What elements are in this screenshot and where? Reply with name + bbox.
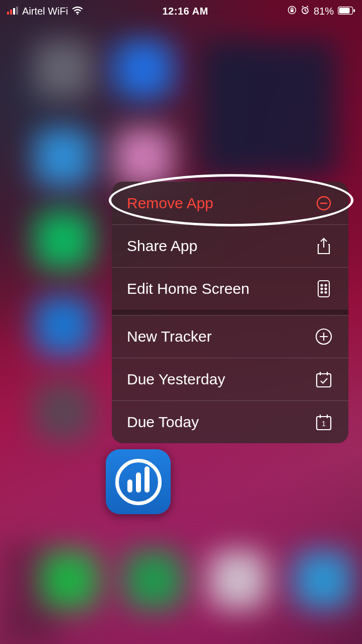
due-yesterday-item[interactable]: Due Yesterday — [112, 358, 348, 400]
svg-rect-23 — [317, 374, 331, 387]
svg-point-4 — [77, 13, 79, 14]
svg-text:1: 1 — [322, 420, 326, 428]
new-tracker-item[interactable]: New Tracker — [112, 315, 348, 358]
calendar-day-icon: 1 — [314, 413, 333, 432]
svg-rect-3 — [16, 7, 18, 15]
share-app-item[interactable]: Share App — [112, 224, 348, 267]
edit-home-screen-item[interactable]: Edit Home Screen — [112, 267, 348, 310]
svg-rect-6 — [291, 10, 294, 12]
menu-item-label: Edit Home Screen — [127, 280, 249, 297]
svg-rect-10 — [353, 9, 355, 12]
svg-point-14 — [321, 284, 322, 286]
svg-point-18 — [321, 291, 322, 293]
svg-point-19 — [325, 291, 326, 293]
wifi-icon — [72, 6, 83, 17]
menu-group-separator — [112, 310, 348, 315]
orientation-lock-icon — [287, 6, 297, 17]
bar-chart-icon — [115, 459, 162, 505]
plus-circle-icon — [314, 327, 333, 346]
svg-rect-9 — [339, 8, 350, 13]
app-context-menu: Remove App Share App Edit Home Screen — [112, 182, 348, 443]
remove-app-item[interactable]: Remove App — [112, 182, 348, 224]
menu-item-label: Share App — [127, 237, 197, 255]
menu-item-label: Due Today — [127, 414, 199, 431]
alarm-icon — [301, 6, 310, 17]
svg-rect-13 — [318, 281, 329, 297]
apps-grid-icon — [314, 279, 333, 298]
battery-icon — [338, 6, 355, 17]
share-icon — [314, 236, 333, 256]
due-today-item[interactable]: Due Today 1 — [112, 400, 348, 443]
clock-label: 12:16 AM — [163, 6, 208, 17]
minus-circle-icon — [314, 194, 333, 213]
status-bar: Airtel WiFi 12:16 AM 81% — [0, 0, 362, 22]
svg-rect-2 — [13, 8, 15, 15]
tracker-app-icon[interactable] — [106, 449, 171, 514]
svg-point-17 — [325, 288, 326, 289]
menu-item-label: Remove App — [127, 195, 213, 212]
svg-point-16 — [321, 288, 322, 289]
svg-rect-1 — [10, 10, 12, 15]
cellular-signal-icon — [7, 6, 18, 17]
calendar-check-icon — [314, 370, 333, 389]
carrier-label: Airtel WiFi — [22, 6, 68, 17]
menu-item-label: New Tracker — [127, 328, 211, 345]
svg-point-15 — [325, 284, 326, 286]
menu-item-label: Due Yesterday — [127, 371, 225, 388]
battery-percent-label: 81% — [314, 6, 334, 17]
svg-rect-0 — [7, 12, 9, 15]
